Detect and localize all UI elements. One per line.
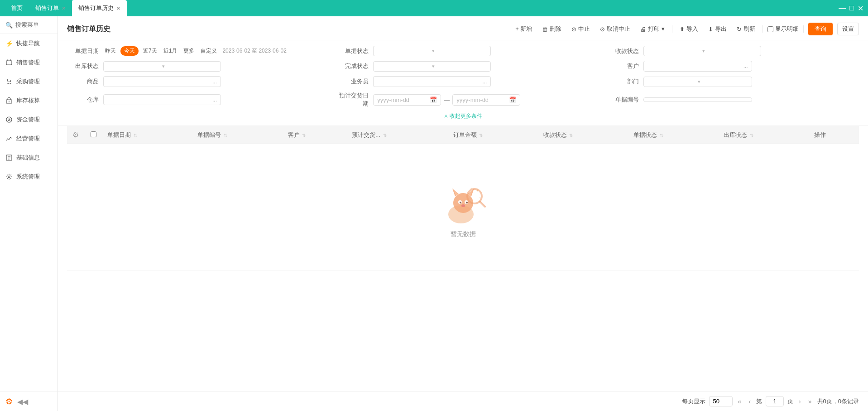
goods-more-btn[interactable]: ... (212, 78, 217, 85)
prev-page-button[interactable]: ‹ (747, 397, 753, 406)
th-settings: ⚙ (67, 126, 85, 144)
date-custom-btn[interactable]: 自定义 (199, 46, 219, 56)
display-detail-input[interactable] (767, 26, 773, 32)
toolbar-separator-3 (803, 25, 804, 33)
department-label: 部门 (607, 77, 643, 86)
sidebar-item-operations[interactable]: 经营管理 (0, 129, 58, 148)
sidebar-item-quick-nav[interactable]: ⚡ 快捷导航 (0, 34, 58, 53)
collapse-bar[interactable]: ∧ 收起更多条件 (67, 112, 859, 120)
window-restore-btn[interactable]: □ (849, 4, 854, 12)
expected-date-from[interactable]: yyyy-mm-dd 📅 (373, 94, 441, 106)
sidebar-item-system[interactable]: 系统管理 (0, 167, 58, 186)
tab-sales-order-history[interactable]: 销售订单历史 ✕ (72, 0, 127, 16)
page-number-input[interactable] (766, 396, 784, 406)
th-number-sort: ⇅ (224, 133, 227, 138)
th-ship-status[interactable]: 出库状态 ⇅ (718, 126, 808, 144)
warehouse-more-btn[interactable]: ... (212, 97, 217, 103)
customer-more-btn[interactable]: ... (743, 63, 748, 69)
tab-home[interactable]: 首页 (5, 0, 29, 16)
goods-input[interactable]: ... (103, 76, 221, 87)
sidebar-search[interactable]: 🔍 搜索菜单 (0, 16, 58, 34)
salesperson-more-btn[interactable]: ... (482, 78, 487, 85)
filter-row-3: 商品 ... 业务员 ... 部门 (67, 76, 859, 87)
window-close-btn[interactable]: ✕ (858, 4, 863, 13)
date-last7-btn[interactable]: 近7天 (141, 46, 159, 56)
sidebar-item-inventory[interactable]: 库存核算 (0, 91, 58, 110)
first-page-button[interactable]: « (736, 397, 743, 406)
topbar-right: — □ ✕ (839, 4, 863, 13)
department-select[interactable]: ▾ (643, 77, 752, 87)
th-operation-label: 操作 (814, 131, 826, 138)
th-ship-status-sort: ⇅ (750, 133, 753, 138)
settings-icon[interactable]: ⚙ (5, 396, 13, 406)
collapse-icon[interactable]: ◀◀ (17, 397, 28, 406)
expected-date-to[interactable]: yyyy-mm-dd 📅 (452, 94, 520, 106)
th-date[interactable]: 单据日期 ⇅ (102, 126, 192, 144)
warehouse-input[interactable]: ... (103, 94, 221, 105)
display-detail-checkbox[interactable]: 显示明细 (767, 25, 799, 33)
sidebar-item-label: 销售管理 (16, 58, 40, 67)
bill-status-select[interactable]: ▾ (373, 46, 491, 56)
ship-status-select[interactable]: ▾ (103, 61, 221, 72)
date-more-btn[interactable]: 更多 (182, 46, 196, 56)
toolbar: + 新增 🗑 🗑 删除 删除 ⊘ 中止 ⊘ 取消中止 🖨 打印 ▾ (513, 23, 859, 35)
tab-list: 首页 销售订单 ✕ 销售订单历史 ✕ (5, 0, 127, 16)
sidebar: 🔍 搜索菜单 ⚡ 快捷导航 销售管理 采购管理 库存核算 (0, 16, 58, 411)
cancel-stop-icon: ⊘ (600, 26, 605, 33)
th-customer[interactable]: 客户 ⇅ (283, 126, 346, 144)
settings-button[interactable]: 设置 (837, 23, 859, 35)
complete-status-select[interactable]: ▾ (373, 61, 491, 72)
tab-sales-order-history-close[interactable]: ✕ (116, 5, 120, 11)
date-last-month-btn[interactable]: 近1月 (162, 46, 179, 56)
export-button[interactable]: ⬇ 导出 (705, 23, 729, 35)
sidebar-item-label: 经营管理 (16, 135, 40, 143)
sidebar-search-label: 搜索菜单 (15, 21, 39, 29)
tab-sales-order[interactable]: 销售订单 ✕ (29, 0, 72, 16)
bill-number-input[interactable] (643, 97, 752, 102)
sidebar-item-purchase-mgmt[interactable]: 采购管理 (0, 72, 58, 91)
tab-home-label: 首页 (11, 4, 23, 12)
query-button[interactable]: 查询 (808, 23, 833, 35)
page-size-select[interactable]: 10 20 50 100 (709, 396, 733, 406)
th-date-label: 单据日期 (107, 131, 131, 138)
sidebar-item-sales-mgmt[interactable]: 销售管理 (0, 53, 58, 72)
expected-date-range: yyyy-mm-dd 📅 — yyyy-mm-dd 📅 (373, 94, 520, 106)
complete-status-label: 完成状态 (337, 62, 373, 70)
tab-sales-order-close[interactable]: ✕ (62, 5, 66, 11)
import-button[interactable]: ⬆ 导入 (677, 23, 701, 35)
window-minimize-btn[interactable]: — (839, 4, 846, 12)
refresh-button[interactable]: ↻ 刷新 (734, 23, 758, 35)
tab-sales-order-label: 销售订单 (35, 4, 59, 12)
goods-control: ... (103, 76, 319, 87)
print-button[interactable]: 🖨 打印 ▾ (638, 23, 667, 35)
salesperson-input[interactable]: ... (373, 76, 491, 87)
svg-text:✦: ✦ (470, 187, 472, 190)
bill-status-label: 单据状态 (337, 47, 373, 55)
delete-button[interactable]: 🗑 🗑 删除 删除 (539, 23, 564, 35)
table-settings-button[interactable]: ⚙ (72, 131, 79, 139)
date-today-btn[interactable]: 今天 (120, 46, 139, 56)
th-amount[interactable]: 订单金额 ⇅ (448, 126, 538, 144)
customer-input[interactable]: ... (643, 61, 752, 72)
select-all-checkbox[interactable] (91, 131, 96, 137)
th-number[interactable]: 单据编号 ⇅ (192, 126, 282, 144)
th-expected-date-label: 预计交货... (352, 131, 380, 138)
th-bill-status[interactable]: 单据状态 ⇅ (628, 126, 718, 144)
svg-point-10 (8, 176, 10, 178)
cancel-stop-button[interactable]: ⊘ 取消中止 (597, 23, 633, 35)
sidebar-item-label: 资金管理 (16, 116, 40, 124)
pagination: 每页显示 10 20 50 100 « ‹ 第 页 › » 共0页，0条记录 (58, 391, 868, 411)
payment-status-select[interactable]: ▾ (643, 46, 761, 56)
print-icon: 🖨 (640, 26, 646, 33)
stop-button[interactable]: ⊘ 中止 (569, 23, 593, 35)
new-button[interactable]: + 新增 (513, 23, 535, 35)
sidebar-item-basic-info[interactable]: 基础信息 (0, 148, 58, 167)
th-payment-status[interactable]: 收款状态 ⇅ (538, 126, 628, 144)
last-page-button[interactable]: » (806, 397, 814, 406)
total-records: 共0页，0条记录 (817, 397, 859, 406)
date-yesterday-btn[interactable]: 昨天 (103, 46, 118, 56)
th-expected-date[interactable]: 预计交货... ⇅ (346, 126, 447, 144)
sidebar-item-finance[interactable]: 资金管理 (0, 110, 58, 129)
next-page-button[interactable]: › (797, 397, 803, 406)
import-icon: ⬆ (680, 26, 685, 33)
